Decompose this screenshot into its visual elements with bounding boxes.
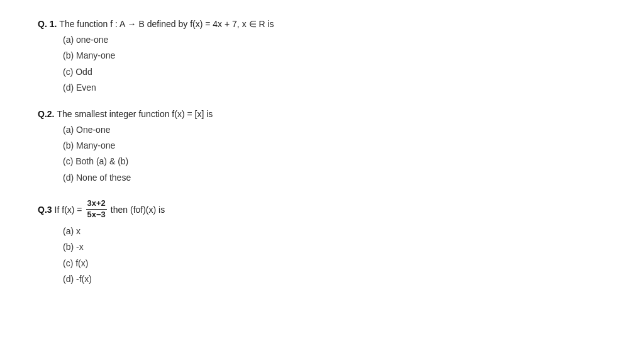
q3-text-after: then (fof)(x) is <box>111 205 165 215</box>
question-block-2: Q.2. The smallest integer function f(x) … <box>38 109 402 185</box>
q1-label: Q. 1. <box>38 19 57 29</box>
question-title-3: Q.3 If f(x) = 3x+2 5x−3 then (fof)(x) is <box>38 198 402 220</box>
q3-label: Q.3 <box>38 205 52 215</box>
q1-options: (a) one-one (b) Many-one (c) Odd (d) Eve… <box>63 33 402 95</box>
list-item: (a) One-one <box>63 123 402 137</box>
list-item: (a) x <box>63 224 402 238</box>
question-title-1: Q. 1. The function f : A → B defined by … <box>38 19 402 29</box>
q3-text-before: If f(x) = <box>55 205 82 215</box>
q2-label: Q.2. <box>38 109 54 119</box>
question-title-2: Q.2. The smallest integer function f(x) … <box>38 109 402 119</box>
q3-options: (a) x (b) -x (c) f(x) (d) -f(x) <box>63 224 402 286</box>
q3-line: If f(x) = 3x+2 5x−3 then (fof)(x) is <box>55 198 165 220</box>
question-block-3: Q.3 If f(x) = 3x+2 5x−3 then (fof)(x) is… <box>38 198 402 286</box>
q2-text: The smallest integer function f(x) = [x]… <box>57 109 213 119</box>
list-item: (b) -x <box>63 240 402 254</box>
q2-options: (a) One-one (b) Many-one (c) Both (a) & … <box>63 123 402 185</box>
list-item: (d) Even <box>63 81 402 94</box>
q3-fraction-numerator: 3x+2 <box>86 198 107 210</box>
question-block-1: Q. 1. The function f : A → B defined by … <box>38 19 402 95</box>
list-item: (d) None of these <box>63 171 402 184</box>
q3-fraction: 3x+2 5x−3 <box>86 198 107 220</box>
list-item: (d) -f(x) <box>63 272 402 286</box>
list-item: (b) Many-one <box>63 139 402 152</box>
q1-text: The function f : A → B defined by f(x) =… <box>59 19 274 29</box>
q3-fraction-denominator: 5x−3 <box>86 210 107 220</box>
page-container: Q. 1. The function f : A → B defined by … <box>0 0 440 319</box>
list-item: (c) Odd <box>63 65 402 79</box>
list-item: (c) Both (a) & (b) <box>63 154 402 168</box>
list-item: (a) one-one <box>63 33 402 47</box>
list-item: (b) Many-one <box>63 48 402 62</box>
list-item: (c) f(x) <box>63 256 402 270</box>
